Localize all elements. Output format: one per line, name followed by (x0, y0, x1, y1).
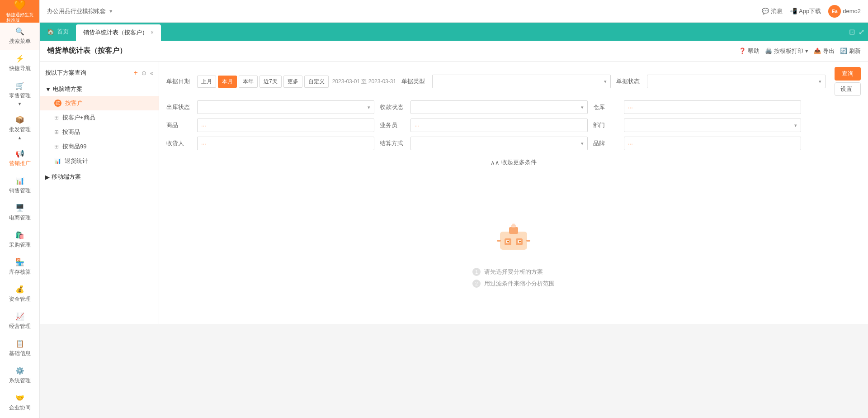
account-selector-arrow[interactable]: ▾ (109, 8, 113, 14)
scheme-item-return-stats-label: 退货统计 (65, 157, 88, 165)
scheme-item-by-goods-label: 按商品 (62, 128, 80, 136)
retail-icon: 🛒 (15, 81, 24, 90)
tip-text-2: 用过滤条件来缩小分析范围 (484, 280, 555, 288)
app-download-icon: 📲 (790, 8, 797, 14)
brand-dots[interactable]: ··· (628, 140, 633, 147)
settings-scheme-icon[interactable]: ⊙ (142, 70, 146, 76)
user-profile[interactable]: Ea demo2 (828, 5, 861, 18)
salesperson-dots[interactable]: ··· (415, 122, 420, 129)
goods-dots[interactable]: ··· (201, 122, 206, 129)
tab-home[interactable]: 🏠 首页 (40, 23, 76, 41)
add-scheme-icon[interactable]: + (133, 69, 137, 77)
payment-status-select[interactable]: ▾ (410, 100, 588, 114)
filter-item-out-status: 出库状态 ▾ (166, 100, 374, 114)
settings-btn[interactable]: 设置 (835, 82, 861, 96)
recipient-dots[interactable]: ··· (201, 140, 206, 147)
order-type-arrow-icon: ▾ (604, 79, 607, 85)
goods-select[interactable]: ··· (197, 119, 374, 132)
main-area: 办公用品行业模拟账套 ▾ 💬 消息 📲 App下载 Ea demo2 🏠 首页 … (40, 0, 868, 418)
date-btn-last-month[interactable]: 上月 (197, 76, 216, 88)
wholesale-icon: 📦 (15, 115, 24, 124)
date-btn-custom[interactable]: 自定义 (304, 76, 329, 88)
filter-item-salesperson: 业务员 ··· (380, 119, 588, 132)
out-status-arrow-icon: ▾ (368, 104, 370, 110)
recipient-select[interactable]: ··· (197, 137, 374, 150)
query-btn[interactable]: 查询 (835, 67, 861, 81)
group-expand-icon: ▼ (45, 86, 51, 93)
mobile-group-arrow-icon: ▶ (45, 174, 50, 180)
tip-text-1: 请先选择要分析的方案 (484, 268, 543, 276)
empty-icon (491, 214, 536, 259)
print-btn[interactable]: 🖨️ 按模板打印 ▾ (765, 47, 808, 55)
filter-item-order-status: 单据状态 ▾ (616, 75, 826, 88)
tab-close-icon[interactable]: × (151, 29, 154, 36)
sidebar-item-quicknav[interactable]: ⚡ 快捷导航 (0, 50, 39, 77)
brand-select[interactable]: ··· (624, 137, 801, 150)
sidebar-item-finance-label: 资金管理 (9, 295, 31, 303)
sidebar-item-cooperation-label: 企业协同 (9, 404, 31, 412)
scheme-item-by-goods[interactable]: ⊞ 按商品 (40, 125, 159, 139)
app-download-btn[interactable]: 📲 App下载 (790, 7, 821, 15)
sidebar-item-ecommerce[interactable]: 🖥️ 电商管理 (0, 199, 39, 226)
date-btn-more[interactable]: 更多 (283, 76, 302, 88)
tab-sales-label: 销货单统计表（按客户） (83, 28, 148, 37)
page-title: 销货单统计表（按客户） (47, 46, 127, 56)
sidebar-item-marketing[interactable]: 📢 营销推广 (0, 145, 39, 172)
payment-method-select[interactable]: ▾ (410, 137, 588, 150)
out-status-select[interactable]: ▾ (197, 100, 374, 114)
warehouse-select[interactable]: ··· (624, 100, 801, 114)
sidebar-item-inventory[interactable]: 🏪 库存核算 (0, 253, 39, 280)
search-icon: 🔍 (15, 27, 24, 36)
collapse-side-icon[interactable]: « (150, 70, 153, 76)
scheme-item-customer-goods[interactable]: ⊞ 按客户+商品 (40, 110, 159, 125)
sidebar-item-operations[interactable]: 📈 经营管理 (0, 308, 39, 335)
tab-maximize-icon[interactable]: ⤢ (859, 28, 864, 36)
sidebar-item-sales[interactable]: 📊 销售管理 (0, 172, 39, 199)
ecommerce-icon: 🖥️ (15, 204, 24, 212)
sidebar-item-retail[interactable]: 🛒 零售管理 ▼ (0, 77, 39, 111)
payment-status-arrow-icon: ▾ (581, 104, 584, 110)
filter-item-date: 单据日期 上月 本月 本年 近7天 更多 自定义 2023-03-01 至 20… (166, 76, 396, 88)
order-type-select[interactable]: ▾ (432, 75, 611, 88)
date-btn-this-month[interactable]: 本月 (218, 76, 237, 88)
help-btn[interactable]: ❓ 帮助 (739, 47, 760, 55)
sidebar-item-wholesale[interactable]: 📦 批发管理 ▲ (0, 111, 39, 145)
sidebar-item-system[interactable]: ⚙️ 系统管理 (0, 362, 39, 389)
scheme-group-desktop-header[interactable]: ▼ 电脑端方案 (40, 82, 159, 96)
sidebar-item-search[interactable]: 🔍 搜索菜单 (0, 23, 39, 50)
salesperson-select[interactable]: ··· (410, 119, 588, 132)
tab-sales-report[interactable]: 销货单统计表（按客户） × (76, 24, 161, 41)
warehouse-dots[interactable]: ··· (628, 104, 633, 111)
filter-item-recipient: 收货人 ··· (166, 137, 374, 150)
scheme-item-return-stats[interactable]: 📊 退货统计 (40, 154, 159, 168)
sidebar-item-purchase[interactable]: 🛍️ 采购管理 (0, 226, 39, 253)
refresh-btn[interactable]: 🔄 刷新 (840, 47, 861, 55)
scheme-item-by-goods99[interactable]: ⊞ 按商品99 (40, 139, 159, 154)
system-icon: ⚙️ (15, 366, 24, 375)
sidebar-item-cooperation[interactable]: 🤝 企业协同 (0, 389, 39, 416)
sidebar-item-quicknav-label: 快捷导航 (9, 65, 31, 72)
scheme-item-by-customer[interactable]: 按 按客户 (40, 96, 159, 110)
date-btn-last-7days[interactable]: 近7天 (259, 76, 282, 88)
sidebar-item-basic[interactable]: 📋 基础信息 (0, 335, 39, 362)
svg-point-9 (512, 223, 515, 226)
message-btn[interactable]: 💬 消息 (762, 7, 783, 15)
sidebar-item-search-label: 搜索菜单 (9, 38, 31, 45)
tab-minimize-icon[interactable]: ⊡ (849, 28, 855, 36)
filter-item-department: 部门 ▾ (593, 119, 801, 132)
collapse-btn[interactable]: ∧∧ 收起更多条件 (491, 158, 537, 166)
department-select[interactable]: ▾ (624, 119, 801, 132)
sidebar-item-finance[interactable]: 💰 资金管理 (0, 280, 39, 308)
department-label: 部门 (593, 121, 620, 129)
side-filter-header: 按以下方案查询 + ⊙ « (40, 65, 159, 81)
empty-tips: 1 请先选择要分析的方案 2 用过滤条件来缩小分析范围 (472, 268, 555, 288)
order-status-arrow-icon: ▾ (819, 79, 821, 85)
sidebar-item-newguide[interactable]: 🚀 新手引导 (0, 416, 39, 418)
collapse-up-icon: ∧∧ (491, 159, 500, 166)
scheme-group-mobile-header[interactable]: ▶ 移动端方案 (40, 170, 159, 184)
topbar: 办公用品行业模拟账套 ▾ 💬 消息 📲 App下载 Ea demo2 (40, 0, 868, 23)
order-status-select[interactable]: ▾ (647, 75, 826, 88)
export-btn[interactable]: 📤 导出 (814, 47, 835, 55)
date-btn-this-year[interactable]: 本年 (239, 76, 258, 88)
filter-content: 单据日期 上月 本月 本年 近7天 更多 自定义 2023-03-01 至 20… (159, 62, 868, 324)
